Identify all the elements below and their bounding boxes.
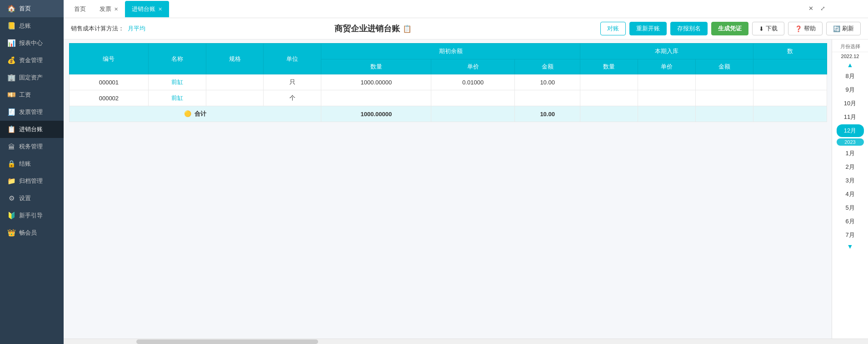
sidebar-item-label: 畅会员	[19, 229, 37, 237]
month-selector-panel: 月份选择 2022.12 ▲ 8月 9月 10月 11月 12月 2023 1月…	[832, 39, 868, 339]
sidebar-item-invoice-mgmt[interactable]: 🧾 发票管理	[0, 103, 64, 121]
row2-name[interactable]: 前缸	[148, 90, 206, 106]
help-icon: ❓	[795, 25, 802, 32]
horizontal-scrollbar[interactable]	[64, 339, 868, 344]
refresh-button[interactable]: 🔄 刷新	[826, 22, 861, 35]
col-header-more: 数	[753, 44, 827, 59]
content-area: 销售成本计算方法： 月平均 商贸企业进销台账 📋 对账 重新开账 存报别名 生成…	[64, 18, 868, 344]
row1-open-qty: 1000.00000	[321, 74, 431, 90]
tab-home-label: 首页	[74, 5, 86, 13]
month-9[interactable]: 9月	[837, 84, 864, 96]
total-open-amount: 10.00	[514, 106, 580, 122]
help-label: 帮助	[804, 25, 816, 33]
month-2023-3[interactable]: 3月	[837, 174, 864, 187]
sidebar-item-funds[interactable]: 💰 资金管理	[0, 52, 64, 69]
title-icon: 📋	[403, 25, 412, 33]
sidebar-item-label: 工资	[19, 91, 31, 99]
save-as-button[interactable]: 存报别名	[670, 22, 708, 35]
sidebar-item-purchase-sale[interactable]: 📋 进销台账	[0, 121, 64, 138]
settings-icon: ⚙	[7, 194, 15, 202]
cost-method-value: 月平均	[128, 25, 145, 33]
sidebar-item-label: 进销台账	[19, 125, 43, 133]
page-title-section: 商贸企业进销台账 📋	[334, 23, 412, 34]
sidebar-item-label: 结账	[19, 160, 31, 168]
row2-open-price	[431, 90, 515, 106]
sidebar-item-settings[interactable]: ⚙ 设置	[0, 190, 64, 207]
salary-icon: 💴	[7, 91, 15, 99]
sidebar-item-member[interactable]: 👑 畅会员	[0, 224, 64, 241]
total-more	[753, 106, 827, 122]
col-header-opening: 期初余额	[321, 44, 580, 59]
month-12[interactable]: 12月	[837, 124, 864, 137]
row2-open-qty	[321, 90, 431, 106]
total-label: 🟡 合计	[70, 106, 321, 122]
month-2023-1[interactable]: 1月	[837, 147, 864, 160]
month-2023-5[interactable]: 5月	[837, 201, 864, 214]
col-sub-in-amount: 金额	[696, 59, 753, 74]
sidebar-item-closing[interactable]: 🔒 结账	[0, 155, 64, 172]
reconcile-button[interactable]: 对账	[600, 22, 626, 35]
scroll-up-button[interactable]: ▲	[844, 60, 857, 69]
download-label: 下载	[766, 25, 778, 33]
archive-icon: 📁	[7, 177, 15, 185]
sidebar-item-label: 报表中心	[19, 39, 43, 47]
help-button[interactable]: ❓ 帮助	[788, 22, 823, 35]
ledger-icon: 📒	[7, 22, 15, 30]
scroll-down-button[interactable]: ▼	[844, 242, 857, 251]
sidebar-item-salary[interactable]: 💴 工资	[0, 86, 64, 103]
month-11[interactable]: 11月	[837, 111, 864, 123]
row1-in-price	[638, 74, 696, 90]
sidebar-item-label: 发票管理	[19, 108, 43, 116]
sidebar-item-label: 资金管理	[19, 56, 43, 64]
cost-method-label: 销售成本计算方法：	[71, 25, 124, 33]
maximize-button[interactable]: ⤢	[818, 4, 827, 13]
total-row: 🟡 合计 1000.00000 10.00	[70, 106, 827, 122]
row1-name[interactable]: 前缸	[148, 74, 206, 90]
sidebar-item-assets[interactable]: 🏢 固定资产	[0, 69, 64, 86]
tab-invoice-close[interactable]: ✕	[114, 6, 118, 12]
tab-home[interactable]: 首页	[67, 1, 93, 17]
generate-voucher-button[interactable]: 生成凭证	[711, 22, 748, 35]
row1-open-amount: 10.00	[514, 74, 580, 90]
reopen-button[interactable]: 重新开账	[629, 22, 667, 35]
download-icon: ⬇	[759, 25, 764, 32]
month-2023-6[interactable]: 6月	[837, 215, 864, 228]
action-buttons: 对账 重新开账 存报别名 生成凭证 ⬇ 下载 ❓ 帮助	[600, 22, 861, 35]
row1-more	[753, 74, 827, 90]
sidebar: 🏠 首页 📒 总账 📊 报表中心 💰 资金管理 🏢 固定资产 💴 工资 🧾 发票…	[0, 0, 64, 344]
month-2023-4[interactable]: 4月	[837, 188, 864, 201]
tab-purchase-sale-close[interactable]: ✕	[158, 6, 162, 12]
tab-purchase-sale[interactable]: 进销台账 ✕	[125, 1, 169, 17]
month-2023-2[interactable]: 2月	[837, 161, 864, 173]
month-10[interactable]: 10月	[837, 97, 864, 110]
month-2023-7[interactable]: 7月	[837, 229, 864, 241]
sidebar-item-guide[interactable]: 🔰 新手引导	[0, 207, 64, 224]
download-button[interactable]: ⬇ 下载	[752, 22, 784, 35]
total-in-amount	[696, 106, 753, 122]
generate-voucher-label: 生成凭证	[718, 25, 742, 33]
month-8[interactable]: 8月	[837, 70, 864, 83]
sidebar-item-label: 新手引导	[19, 211, 43, 220]
funds-icon: 💰	[7, 56, 15, 64]
table-row: 000001 前缸 只 1000.00000 0.01000 10.00	[70, 74, 827, 90]
tab-invoice[interactable]: 发票 ✕	[93, 1, 125, 17]
sidebar-item-archive[interactable]: 📁 归档管理	[0, 172, 64, 190]
row2-unit: 个	[264, 90, 321, 106]
close-button[interactable]: ✕	[806, 4, 815, 13]
col-header-inbound: 本期入库	[580, 44, 753, 59]
col-sub-open-qty: 数量	[321, 59, 431, 74]
sidebar-item-ledger[interactable]: 📒 总账	[0, 17, 64, 34]
purchase-sale-icon: 📋	[7, 125, 15, 133]
window-controls: ✕ ⤢	[806, 4, 827, 13]
row1-in-amount	[696, 74, 753, 90]
col-sub-in-qty: 数量	[580, 59, 638, 74]
cost-method-section: 销售成本计算方法： 月平均	[71, 25, 145, 33]
sidebar-item-reports[interactable]: 📊 报表中心	[0, 34, 64, 52]
total-icon: 🟡	[184, 110, 191, 117]
refresh-icon: 🔄	[833, 25, 840, 32]
sidebar-item-tax[interactable]: 🏛 税务管理	[0, 138, 64, 155]
total-open-price	[431, 106, 515, 122]
sidebar-item-home[interactable]: 🏠 首页	[0, 0, 64, 17]
reopen-label: 重新开账	[636, 25, 660, 33]
sidebar-item-label: 首页	[19, 5, 31, 13]
